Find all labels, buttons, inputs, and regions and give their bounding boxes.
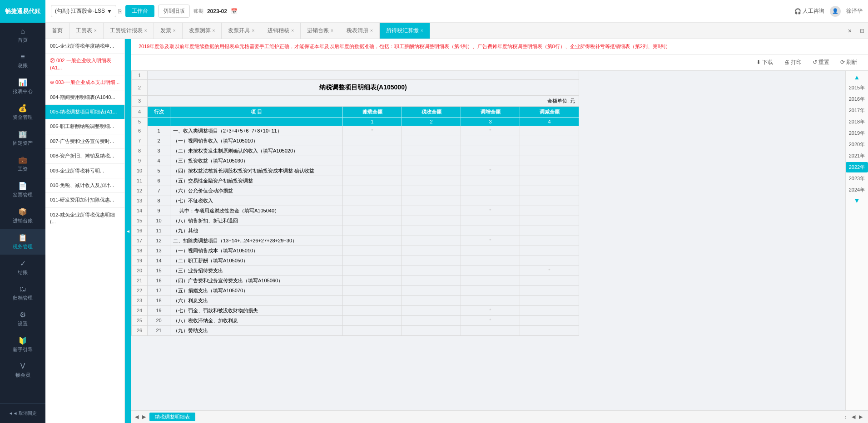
spreadsheet-wrap: 1 2 纳税调整项目明细表(A105000) 3 金额单位: [131, 71, 868, 411]
spreadsheet[interactable]: 1 2 纳税调整项目明细表(A105000) 3 金额单位: [131, 71, 845, 411]
tab-invoice-calc-close[interactable]: ×: [213, 28, 215, 33]
tab-stock-ledger[interactable]: 进销台账 ×: [301, 23, 340, 39]
tab-invoice[interactable]: 发票 ×: [154, 23, 183, 39]
sidebar: 畅捷通易代账 ⌂ 首页 ≡ 总账 📊 报表中心 💰 资金管理 🏢 固定资产 💼 …: [0, 0, 45, 423]
table-row: 13 8 （七）不征税收入: [132, 196, 579, 206]
print-button[interactable]: 🖨 打印: [780, 57, 805, 68]
tab-invoice-open-close[interactable]: ×: [252, 28, 254, 33]
tab-invoice-close[interactable]: ×: [173, 28, 176, 33]
main-content: (勾副) 江西股金-LSS ▼ ⎘ 工作台 切到旧版 账期 2023-02 📅 …: [45, 0, 868, 423]
sidebar-item-fixed[interactable]: 🏢 固定资产: [0, 125, 45, 151]
workbench-button[interactable]: 工作台: [125, 5, 154, 17]
sidebar-item-stock[interactable]: 📦 进销台账: [0, 203, 45, 229]
left-item-011[interactable]: 011-研发费用加计扣除优惠...: [45, 193, 124, 207]
panel-collapse-button[interactable]: ◄: [125, 39, 131, 423]
left-item-009[interactable]: 009-企业所得税补亏明...: [45, 164, 124, 178]
year-2015[interactable]: 2015年: [846, 83, 868, 93]
col-3-num: 3: [461, 117, 520, 126]
user-avatar[interactable]: 👤: [830, 6, 841, 17]
year-2023[interactable]: 2023年: [846, 173, 868, 184]
sidebar-item-archive[interactable]: 🗂 归档管理: [0, 280, 45, 306]
tab-tax-clear-close[interactable]: ×: [370, 28, 373, 33]
sidebar-item-home[interactable]: ⌂ 首页: [0, 23, 45, 48]
tab-tax-clear[interactable]: 税表清册 ×: [340, 23, 380, 39]
sidebar-item-guide-label: 新手引导: [13, 346, 33, 353]
sidebar-item-ledger[interactable]: ≡ 总账: [0, 48, 45, 74]
year-2021[interactable]: 2021年: [846, 151, 868, 161]
sidebar-item-tax[interactable]: 📋 税务管理: [0, 229, 45, 255]
company-selector[interactable]: (勾副) 江西股金-LSS ▼: [51, 5, 116, 17]
tab-invoice-calc[interactable]: 发票测算 ×: [183, 23, 222, 39]
tab-tax-clear-label: 税表清册: [347, 27, 368, 34]
refresh-button[interactable]: ⟳ 刷新: [837, 57, 861, 68]
left-item-004[interactable]: 004-期间费用明细表(A1040...: [45, 90, 124, 105]
stock-icon: 📦: [18, 207, 27, 216]
service-link[interactable]: 🎧 人工咨询: [794, 7, 824, 15]
close-all-button[interactable]: ×: [843, 27, 856, 34]
left-item-002[interactable]: ② 002-一般企业收入明细表(A1...: [45, 54, 124, 75]
left-item-008[interactable]: 008-资产折旧、摊销及纳税...: [45, 149, 124, 163]
ledger-icon: ≡: [20, 53, 25, 61]
tab-stock-check[interactable]: 进销稽核 ×: [261, 23, 301, 39]
download-icon: ⬇: [756, 59, 761, 65]
refresh-icon: ⟳: [840, 59, 845, 65]
left-item-007[interactable]: 007-广告费和业务宣传费时...: [45, 134, 124, 149]
pin-button[interactable]: ⊟: [856, 28, 868, 34]
left-item-010[interactable]: 010-免税、减计收入及加计...: [45, 178, 124, 193]
tab-income-tax[interactable]: 所得税汇算缴 ×: [380, 23, 430, 39]
tab-stock-check-close[interactable]: ×: [291, 28, 294, 33]
sidebar-item-invoice[interactable]: 📄 发票管理: [0, 177, 45, 203]
tab-salary[interactable]: 工资表 ×: [69, 23, 104, 39]
reset-icon: ↺: [813, 59, 817, 65]
left-item-005[interactable]: 005-纳税调整项目明细表(A1...: [45, 105, 124, 119]
table-subtitle: 金额单位: 元: [148, 95, 579, 106]
year-nav-up[interactable]: ▲: [853, 73, 861, 82]
bottom-sheet-tab[interactable]: 纳税调整明细表: [149, 413, 195, 421]
tab-income-tax-close[interactable]: ×: [421, 28, 423, 33]
scroll-h-left[interactable]: ◀: [852, 414, 855, 420]
left-item-001[interactable]: 001-企业所得税年度纳税申...: [45, 39, 124, 54]
data-table: 1 2 纳税调整项目明细表(A105000) 3 金额单位: [131, 71, 579, 336]
old-version-button[interactable]: 切到旧版: [158, 5, 190, 18]
sidebar-item-member-label: 畅会员: [15, 372, 30, 379]
scroll-left[interactable]: ◀: [135, 414, 139, 420]
tab-salary-close[interactable]: ×: [94, 28, 97, 33]
table-row: 1: [132, 71, 579, 79]
sidebar-item-assets[interactable]: 💰 资金管理: [0, 99, 45, 125]
year-2022[interactable]: 2022年: [846, 162, 868, 172]
year-2024[interactable]: 2024年: [846, 185, 868, 195]
sidebar-item-report[interactable]: 📊 报表中心: [0, 74, 45, 99]
left-item-003[interactable]: ⊗ 003-一般企业成本支出明细...: [45, 75, 124, 90]
sidebar-item-salary[interactable]: 💼 工资: [0, 151, 45, 177]
sidebar-item-settings[interactable]: ⚙ 设置: [0, 306, 45, 332]
year-2020[interactable]: 2020年: [846, 139, 868, 150]
year-2018[interactable]: 2018年: [846, 117, 868, 127]
sidebar-item-member[interactable]: V 畅会员: [0, 358, 45, 383]
scroll-h-right[interactable]: ▶: [859, 414, 863, 420]
sidebar-item-guide[interactable]: 🔰 新手引导: [0, 332, 45, 358]
collapse-button[interactable]: ◄◄ 取消固定: [4, 408, 42, 419]
tab-salary-stat[interactable]: 工资统计报表 ×: [104, 23, 154, 39]
download-button[interactable]: ⬇ 下载: [753, 57, 777, 68]
sidebar-item-close[interactable]: ✓ 结账: [0, 255, 45, 280]
dropdown-icon: ▼: [107, 8, 112, 15]
copy-icon[interactable]: ⎘: [118, 8, 122, 15]
settings-icon: ⚙: [20, 310, 26, 319]
tab-home[interactable]: 首页: [45, 23, 69, 39]
year-2019[interactable]: 2019年: [846, 128, 868, 138]
year-nav-down[interactable]: ▼: [853, 196, 861, 205]
col-4: 调减全额: [520, 106, 579, 117]
scroll-right[interactable]: ▶: [142, 414, 146, 420]
app-logo: 畅捷通易代账: [0, 0, 45, 23]
tab-salary-stat-close[interactable]: ×: [144, 28, 147, 33]
guide-icon: 🔰: [18, 336, 27, 345]
left-item-012[interactable]: 012-减免企业所得税优惠明细(...: [45, 208, 124, 230]
notice-bar: 2019年度涉及取以前年度继续数据的用报表单元格需要手工维护正确，才能保证本年及…: [131, 39, 868, 54]
year-2017[interactable]: 2017年: [846, 105, 868, 116]
calendar-icon[interactable]: 📅: [231, 8, 238, 15]
tab-invoice-open[interactable]: 发票开具 ×: [222, 23, 261, 39]
tab-stock-ledger-close[interactable]: ×: [331, 28, 333, 33]
reset-button[interactable]: ↺ 重置: [809, 57, 833, 68]
year-2016[interactable]: 2016年: [846, 94, 868, 104]
left-item-006[interactable]: 006-职工薪酬纳税调整明细...: [45, 119, 124, 134]
